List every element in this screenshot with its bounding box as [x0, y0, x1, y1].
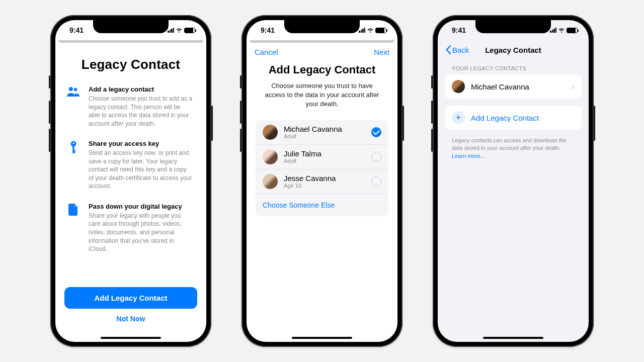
cancel-button[interactable]: Cancel: [255, 48, 278, 56]
chevron-right-icon: ›: [572, 81, 575, 92]
chevron-left-icon: [446, 45, 451, 54]
plus-icon: +: [452, 111, 465, 124]
home-indicator[interactable]: [483, 337, 543, 339]
feature-title: Share your access key: [89, 140, 193, 147]
status-time: 9:41: [452, 26, 466, 34]
notch: [475, 20, 551, 33]
phone-frame-1: 9:41 Legacy Contact Add a legacy contact…: [50, 15, 211, 347]
person-sub: Adult: [284, 133, 365, 139]
legacy-contact-row[interactable]: Michael Cavanna ›: [445, 74, 582, 99]
avatar: [263, 125, 278, 140]
page-title: Legacy Contact: [64, 57, 197, 72]
svg-point-3: [72, 143, 74, 144]
footer-text: Legacy contacts can access and download …: [445, 137, 582, 160]
add-legacy-contact-button[interactable]: Add Legacy Contact: [64, 287, 197, 309]
home-indicator[interactable]: [101, 337, 161, 339]
cellular-icon: [168, 28, 174, 33]
screen-2: 9:41 Cancel Next Add Legacy Contact Choo…: [247, 20, 397, 342]
feature-add-contact: Add a legacy contactChoose someone you t…: [64, 85, 197, 128]
battery-icon: [567, 28, 578, 33]
next-button[interactable]: Next: [374, 48, 389, 56]
not-now-button[interactable]: Not Now: [64, 309, 197, 329]
phone-frame-2: 9:41 Cancel Next Add Legacy Contact Choo…: [242, 15, 403, 347]
person-row[interactable]: Julie TalmaAdult: [256, 145, 388, 169]
page-subtitle: Choose someone you trust to have access …: [256, 81, 388, 109]
radio-unselected-icon[interactable]: [371, 152, 381, 162]
avatar: [263, 149, 278, 164]
page-title: Add Legacy Contact: [256, 63, 388, 76]
feature-desc: Share your legacy with people you care a…: [89, 212, 193, 253]
status-time: 9:41: [69, 26, 84, 34]
feature-title: Add a legacy contact: [89, 85, 193, 93]
contact-name: Michael Cavanna: [471, 82, 566, 91]
person-name: Michael Cavanna: [284, 125, 365, 133]
feature-title: Pass down your digital legacy: [89, 203, 193, 210]
feature-desc: Choose someone you trust to add as a leg…: [89, 95, 193, 128]
key-icon: [66, 140, 80, 191]
cellular-icon: [550, 28, 556, 33]
status-time: 9:41: [261, 26, 275, 34]
add-legacy-contact-row[interactable]: + Add Legacy Contact: [445, 106, 582, 130]
learn-more-link[interactable]: Learn more…: [452, 153, 486, 159]
document-icon: [66, 203, 80, 253]
notch: [93, 20, 169, 33]
wifi-icon: [367, 28, 374, 33]
feature-share-key: Share your access keySend an access key …: [64, 140, 197, 191]
battery-icon: [184, 28, 195, 33]
feature-digital-legacy: Pass down your digital legacyShare your …: [64, 203, 197, 253]
screen-1: 9:41 Legacy Contact Add a legacy contact…: [55, 20, 206, 342]
svg-rect-5: [72, 150, 75, 152]
feature-list: Add a legacy contactChoose someone you t…: [64, 85, 197, 253]
radio-unselected-icon[interactable]: [371, 176, 381, 187]
person-name: Jesse Cavanna: [284, 174, 365, 183]
add-contact-label: Add Legacy Contact: [471, 114, 539, 122]
avatar: [452, 80, 465, 93]
feature-desc: Send an access key now, or print and sav…: [89, 149, 193, 191]
wifi-icon: [558, 28, 565, 33]
svg-rect-4: [72, 146, 74, 153]
phone-frame-3: 9:41 Back Legacy Contact Your Legacy Con…: [433, 15, 594, 347]
person-row[interactable]: Michael CavannaAdult: [256, 120, 388, 145]
back-button[interactable]: Back: [446, 45, 469, 54]
back-label: Back: [452, 46, 469, 54]
battery-icon: [375, 28, 386, 33]
screen-3: 9:41 Back Legacy Contact Your Legacy Con…: [438, 20, 589, 342]
avatar: [263, 174, 278, 189]
people-icon: [66, 85, 80, 128]
notch: [284, 20, 360, 33]
cellular-icon: [359, 28, 365, 33]
section-header: Your Legacy Contacts: [445, 58, 582, 74]
home-indicator[interactable]: [292, 337, 352, 339]
choose-someone-else-button[interactable]: Choose Someone Else: [256, 194, 388, 216]
person-row[interactable]: Jesse CavannaAge 10: [256, 169, 388, 194]
radio-selected-icon[interactable]: [371, 127, 381, 137]
person-sub: Age 10: [284, 183, 365, 189]
people-list: Michael CavannaAdult Julie TalmaAdult Je…: [256, 120, 388, 216]
svg-point-0: [69, 87, 73, 91]
svg-point-1: [74, 88, 77, 91]
wifi-icon: [176, 28, 183, 33]
svg-rect-6: [72, 152, 75, 153]
person-name: Julie Talma: [284, 149, 365, 158]
person-sub: Adult: [284, 158, 365, 164]
